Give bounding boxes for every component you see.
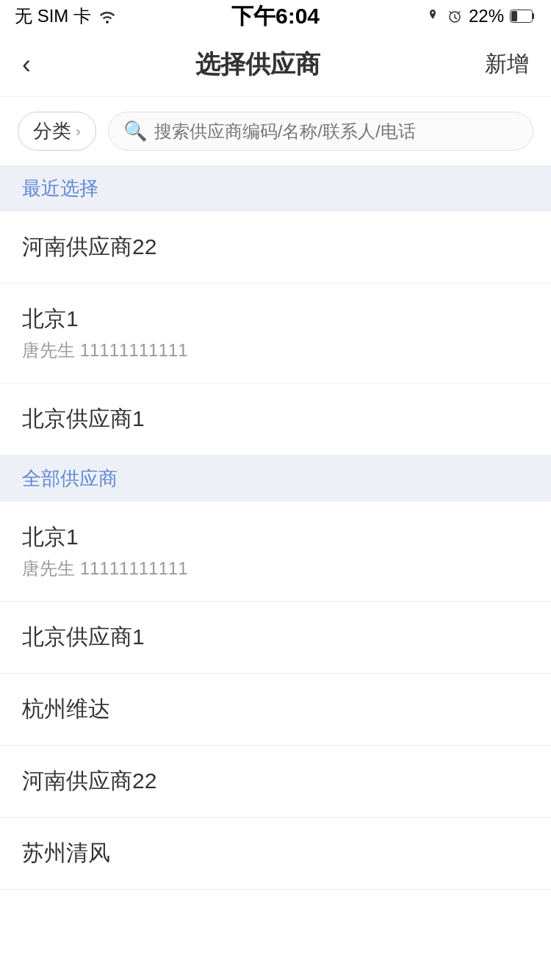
item-name: 河南供应商22 (22, 766, 529, 796)
item-sub: 唐先生 11111111111 (22, 557, 529, 580)
battery-icon (510, 10, 536, 23)
search-icon: 🔍 (123, 120, 147, 143)
filter-bar: 分类 › 🔍 (0, 97, 551, 165)
recent-items-list: 河南供应商22 北京1 唐先生 11111111111 北京供应商1 (0, 212, 551, 455)
recent-section-label: 最近选择 (22, 177, 98, 199)
chevron-right-icon: › (76, 123, 81, 140)
item-name: 北京1 (22, 522, 529, 552)
all-section-label: 全部供应商 (22, 467, 118, 489)
search-box[interactable]: 🔍 (108, 112, 533, 151)
no-sim-label: 无 SIM 卡 (15, 4, 91, 28)
recent-section-header: 最近选择 (0, 165, 551, 212)
back-button[interactable]: ‹ (22, 49, 31, 80)
item-name: 北京1 (22, 304, 529, 334)
list-item[interactable]: 苏州清风 (0, 818, 551, 890)
nav-bar: ‹ 选择供应商 新增 (0, 32, 551, 97)
list-item[interactable]: 河南供应商22 (0, 746, 551, 818)
page-title: 选择供应商 (195, 48, 320, 82)
alarm-icon (447, 8, 463, 24)
svg-rect-2 (511, 11, 517, 21)
item-name: 苏州清风 (22, 838, 529, 868)
item-name: 河南供应商22 (22, 232, 529, 262)
status-right: 22% (425, 6, 536, 26)
add-button[interactable]: 新增 (485, 49, 529, 79)
location-icon (425, 8, 441, 24)
all-items-list: 北京1 唐先生 11111111111 北京供应商1 杭州维达 河南供应商22 … (0, 502, 551, 890)
list-item[interactable]: 北京供应商1 (0, 383, 551, 455)
item-name: 杭州维达 (22, 694, 529, 724)
list-item[interactable]: 河南供应商22 (0, 212, 551, 284)
item-name: 北京供应商1 (22, 404, 529, 434)
category-label: 分类 (33, 118, 71, 144)
status-bar: 无 SIM 卡 下午6:04 22% (0, 0, 551, 32)
battery-percent: 22% (469, 6, 504, 26)
list-item[interactable]: 北京1 唐先生 11111111111 (0, 502, 551, 602)
category-button[interactable]: 分类 › (18, 112, 96, 151)
search-input[interactable] (154, 121, 518, 142)
status-left: 无 SIM 卡 (15, 4, 118, 28)
wifi-icon (97, 9, 118, 24)
status-time: 下午6:04 (231, 1, 320, 32)
item-sub: 唐先生 11111111111 (22, 339, 529, 362)
item-name: 北京供应商1 (22, 622, 529, 652)
list-item[interactable]: 杭州维达 (0, 674, 551, 746)
list-item[interactable]: 北京供应商1 (0, 602, 551, 674)
list-item[interactable]: 北京1 唐先生 11111111111 (0, 284, 551, 383)
all-section-header: 全部供应商 (0, 455, 551, 502)
